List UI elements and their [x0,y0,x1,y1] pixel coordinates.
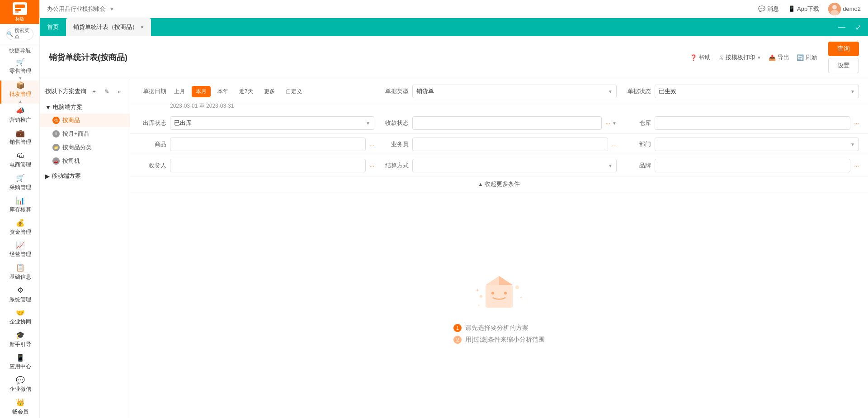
tab-active[interactable]: 销货单统计表（按商品） × [66,18,151,36]
message-button[interactable]: 💬 消息 [758,5,779,13]
goods-input[interactable] [170,138,366,151]
svg-point-10 [504,292,507,294]
sidebar-item-wechat[interactable]: 💬 企业微信 [0,373,40,396]
wechat-icon: 💬 [16,375,25,385]
payment-status-input[interactable] [412,116,602,130]
doc-type-select[interactable]: 销货单 ▼ [412,85,617,98]
sidebar-item-wholesale[interactable]: 📦 批发管理 ▲ [0,81,40,104]
header-right: 💬 消息 📱 App下载 demo2 [758,3,861,15]
payment-status-more-btn[interactable]: ··· [605,120,610,127]
sidebar-item-finance[interactable]: 💰 资金管理 [0,216,40,238]
payment-status-control: ··· ▼ [412,116,617,130]
sidebar-item-retail[interactable]: 🛒 零售管理 ▼ [0,57,40,81]
sidebar-item-purchase[interactable]: 🛒 采购管理 [0,171,40,194]
app-download-button[interactable]: 📱 App下载 [788,5,819,13]
tab-minimize-button[interactable]: — [835,21,848,33]
refresh-button[interactable]: 🔄 刷新 [797,53,817,62]
date-btn-custom[interactable]: 自定义 [282,86,306,97]
brand-more-btn[interactable]: ··· [854,162,859,169]
date-btn-7days[interactable]: 近7天 [235,86,257,97]
date-label: 单据日期 [139,87,166,95]
query-button[interactable]: 查询 [828,42,859,56]
doc-type-label: 单据类型 [382,87,409,95]
doc-status-select[interactable]: 已生效 ▼ [655,85,859,98]
out-status-label: 出库状态 [139,119,166,127]
goods-more-btn[interactable]: ··· [369,141,374,148]
member-icon: 👑 [16,398,25,407]
scheme-item-by-month-goods[interactable]: 🗓 按月+商品 [40,127,130,141]
brand-input[interactable] [655,159,850,172]
retail-icon: 🛒 [16,57,25,66]
add-scheme-button[interactable]: + [89,86,99,96]
date-btn-more[interactable]: 更多 [260,86,279,97]
sidebar-item-guide[interactable]: 🎓 新手引导 [0,328,40,351]
scheme-item-by-goods[interactable]: 按 按商品 [40,114,130,127]
doc-type-dropdown-icon: ▼ [608,89,613,94]
date-range-display: 2023-03-01 至 2023-03-31 [130,102,868,113]
tab-expand-button[interactable]: ⤢ [852,21,864,33]
tab-close-button[interactable]: × [141,24,144,30]
more-conditions-toggle[interactable]: ▲ 收起更多条件 [130,176,868,192]
warehouse-control: ··· [655,116,859,130]
search-menu-button[interactable]: 🔍 搜索菜单 [6,28,33,40]
sidebar-item-quick-nav[interactable]: 快捷导航 [4,44,36,57]
guide-icon: 🎓 [16,331,25,340]
mobile-scheme-title[interactable]: ▶ 移动端方案 [40,170,130,182]
date-btn-last-month[interactable]: 上月 [170,86,189,97]
warehouse-more-btn[interactable]: ··· [854,120,859,127]
print-button[interactable]: 🖨 按模板打印 ▼ [718,53,761,62]
salesman-input[interactable] [412,138,608,151]
collapse-panel-button[interactable]: « [114,86,124,96]
sidebar-item-apps[interactable]: 📱 应用中心 [0,351,40,373]
recipient-input[interactable] [170,159,366,172]
system-icon: ⚙ [16,286,25,295]
sidebar-item-collab[interactable]: 🤝 企业协同 [0,306,40,328]
export-button[interactable]: 📤 导出 [769,53,789,62]
pc-scheme-title[interactable]: ▼ 电脑端方案 [40,101,130,114]
dept-input[interactable]: ▼ [655,138,859,151]
svg-text:✦: ✦ [476,288,479,293]
tab-bar-actions: — ⤢ [835,21,868,33]
header-dropdown-icon[interactable]: ▼ [109,6,114,12]
sidebar-item-operation[interactable]: 📈 经营管理 [0,238,40,261]
scheme-item-by-category[interactable]: 📁 按商品分类 [40,141,130,154]
doc-status-dropdown-icon: ▼ [850,89,855,94]
logo-text: 标版 [15,16,24,22]
sidebar-logo[interactable]: 标版 [0,0,40,24]
settings-button[interactable]: 设置 [828,58,859,73]
pc-scheme-group: ▼ 电脑端方案 按 按商品 🗓 按月+商品 📁 按商品分类 [40,101,130,168]
sidebar-item-system[interactable]: ⚙ 系统管理 [0,283,40,306]
svg-point-13 [478,304,480,306]
user-profile[interactable]: demo2 [828,3,861,15]
sidebar-item-inventory[interactable]: 📊 库存核算 [0,194,40,216]
help-button[interactable]: ❓ 帮助 [690,53,711,62]
scheme-item-by-driver[interactable]: 🚗 按司机 [40,154,130,168]
salesman-more-btn[interactable]: ··· [612,141,617,148]
print-dropdown-icon: ▼ [757,55,761,60]
tab-home[interactable]: 首页 [40,18,66,36]
date-range-text: 2023-03-01 至 2023-03-31 [139,103,234,109]
recipient-more-btn[interactable]: ··· [369,162,374,169]
sidebar-item-base[interactable]: 📋 基础信息 [0,261,40,284]
sidebar-item-sales[interactable]: 💼 销售管理 [0,126,40,149]
download-icon: 📱 [788,5,795,12]
page-actions: ❓ 帮助 🖨 按模板打印 ▼ 📤 导出 🔄 刷新 [690,42,859,73]
sidebar-item-marketing[interactable]: 📣 营销推广 [0,104,40,126]
out-status-dropdown-icon: ▼ [366,121,370,126]
edit-scheme-button[interactable]: ✎ [102,86,112,96]
settle-input[interactable]: ▼ [412,159,617,172]
date-btn-this-month[interactable]: 本月 [192,86,211,97]
sidebar-item-ecommerce[interactable]: 🛍 电商管理 [0,149,40,171]
warehouse-input[interactable] [655,116,850,130]
filter-payment-status: 收款状态 ··· ▼ [382,116,617,130]
empty-state: ✦ ✦ 1 请先选择要分析的方案 2 用[过滤]条件来缩小分析范围 [130,192,868,418]
date-btn-this-year[interactable]: 本年 [213,86,232,97]
sidebar-item-member[interactable]: 👑 畅会员 [0,395,40,418]
right-panel: 单据日期 上月 本月 本年 近7天 更多 自定义 单据类型 [130,79,868,418]
expand-icon: ▼ [45,104,51,111]
apps-icon: 📱 [16,353,25,362]
filter-row-3: 商品 ··· 业务员 [130,134,868,155]
main-content: 销货单统计表(按商品) ❓ 帮助 🖨 按模板打印 ▼ 📤 导出 [40,36,868,418]
warehouse-label: 仓库 [624,119,651,127]
out-status-select[interactable]: 已出库 ▼ [170,116,374,130]
